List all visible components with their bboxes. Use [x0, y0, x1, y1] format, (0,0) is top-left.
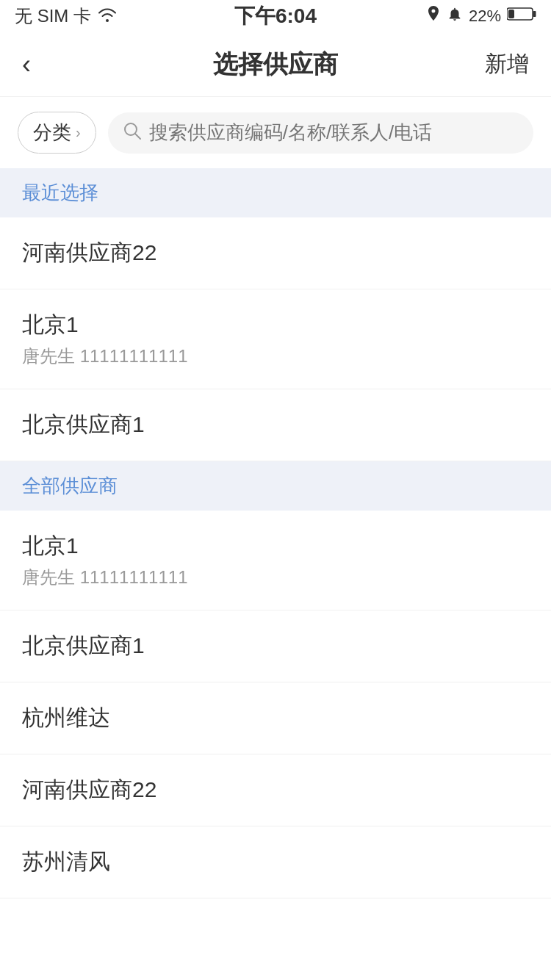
list-item[interactable]: 北京1唐先生 11111111111	[0, 289, 551, 389]
list-item[interactable]: 北京供应商1	[0, 389, 551, 461]
category-label: 分类	[33, 120, 71, 145]
list-item[interactable]: 河南供应商22	[0, 217, 551, 289]
recent-section-header: 最近选择	[0, 168, 551, 217]
item-name: 苏州清风	[22, 847, 529, 877]
status-bar: 无 SIM 卡 下午6:04 22%	[0, 0, 551, 32]
recent-label: 最近选择	[22, 181, 98, 203]
category-button[interactable]: 分类 ›	[18, 112, 96, 154]
item-name: 河南供应商22	[22, 238, 529, 268]
list-item[interactable]: 苏州清风	[0, 826, 551, 898]
nav-bar: ‹ 选择供应商 新增	[0, 32, 551, 97]
item-name: 河南供应商22	[22, 775, 529, 805]
carrier-text: 无 SIM 卡	[15, 4, 91, 28]
nav-title: 选择供应商	[213, 48, 338, 82]
item-sub: 唐先生 11111111111	[22, 345, 529, 368]
alarm-icon	[447, 6, 463, 26]
back-button[interactable]: ‹	[22, 49, 66, 80]
all-label: 全部供应商	[22, 475, 118, 497]
list-item[interactable]: 北京1唐先生 11111111111	[0, 511, 551, 610]
chevron-right-icon: ›	[76, 124, 81, 141]
list-item[interactable]: 杭州维达	[0, 682, 551, 754]
search-icon	[123, 121, 142, 145]
status-left: 无 SIM 卡	[15, 4, 118, 28]
battery-text: 22%	[469, 7, 501, 26]
new-action-button[interactable]: 新增	[485, 49, 529, 79]
list-item[interactable]: 河南供应商22	[0, 754, 551, 826]
item-name: 北京供应商1	[22, 631, 529, 661]
all-section-header: 全部供应商	[0, 461, 551, 511]
list-item[interactable]: 北京供应商1	[0, 610, 551, 682]
item-name: 杭州维达	[22, 703, 529, 733]
battery-icon	[507, 7, 536, 26]
search-input[interactable]	[149, 121, 519, 144]
all-list: 北京1唐先生 11111111111北京供应商1杭州维达河南供应商22苏州清风	[0, 511, 551, 898]
item-name: 北京1	[22, 310, 529, 340]
search-input-wrap	[108, 112, 533, 154]
status-right: 22%	[426, 6, 536, 26]
search-bar: 分类 ›	[0, 97, 551, 168]
recent-list: 河南供应商22北京1唐先生 11111111111北京供应商1	[0, 217, 551, 461]
status-time: 下午6:04	[234, 2, 317, 30]
item-sub: 唐先生 11111111111	[22, 566, 529, 589]
item-name: 北京1	[22, 531, 529, 561]
svg-line-4	[135, 134, 140, 139]
svg-rect-1	[533, 11, 536, 17]
location-icon	[426, 6, 441, 26]
svg-rect-2	[508, 10, 514, 18]
item-name: 北京供应商1	[22, 410, 529, 440]
wifi-icon	[97, 6, 118, 26]
